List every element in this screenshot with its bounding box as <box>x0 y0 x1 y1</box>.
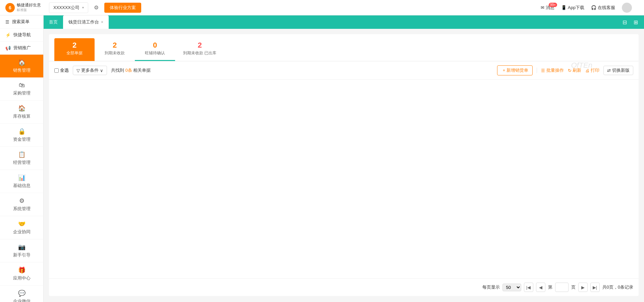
sidebar-item-operations[interactable]: 📋 经营管理 <box>0 147 43 170</box>
page-size-select[interactable]: 50 100 200 <box>502 284 521 291</box>
main-content: 2 全部单据 2 到期未收款 0 旺辅待确认 2 到期未收款 已出库 全选 <box>44 29 644 302</box>
first-page-button[interactable]: |◀ <box>524 283 533 292</box>
batch-icon: ☰ <box>541 68 545 73</box>
refresh-icon: ↻ <box>568 68 572 73</box>
wechat-icon: 💬 <box>18 290 25 297</box>
headset-icon: 🎧 <box>591 5 596 10</box>
logo-area: 6 畅捷通好生意 标准版 <box>5 3 49 13</box>
logo-text-area: 畅捷通好生意 标准版 <box>17 3 41 13</box>
stat-tab-overdue[interactable]: 2 到期未收款 <box>95 38 135 61</box>
total-info: 共0页，0条记录 <box>602 284 633 290</box>
sidebar-item-search[interactable]: ☰ 搜索菜单 <box>0 15 43 28</box>
sidebar-item-basic-info[interactable]: 📊 基础信息 <box>0 170 43 193</box>
tab-home[interactable]: 首页 <box>44 15 63 29</box>
stats-tabs: 2 全部单据 2 到期未收款 0 旺辅待确认 2 到期未收款 已出库 <box>49 34 639 61</box>
window-maximize-button[interactable]: ⊞ <box>632 18 640 26</box>
page-number-input[interactable]: 1 <box>555 283 569 292</box>
marketing-icon: 📢 <box>5 46 11 51</box>
app-logo-icon: 6 <box>5 3 15 12</box>
window-minimize-button[interactable]: ⊟ <box>621 18 629 26</box>
stat-overdue-shipped-number: 2 <box>198 41 202 50</box>
window-controls: ⊟ ⊞ <box>621 18 644 26</box>
switch-version-button[interactable]: ⇄ 切换新版 <box>603 66 633 75</box>
print-button[interactable]: 🖨 打印 <box>585 67 599 73</box>
sidebar-item-system[interactable]: ⚙ 系统管理 <box>0 193 43 216</box>
company-name: XXXXXX公司 <box>53 5 79 11</box>
stat-wangwang-label: 旺辅待确认 <box>145 50 165 56</box>
company-selector[interactable]: XXXXXX公司 ▾ <box>49 2 88 13</box>
guide-icon: 📷 <box>18 243 25 251</box>
quick-nav-icon: ⚡ <box>5 33 11 38</box>
tab-close-icon[interactable]: × <box>101 20 103 24</box>
select-all-area[interactable]: 全选 <box>54 67 69 73</box>
tab-active[interactable]: 钱货日清工作台 × <box>63 15 109 29</box>
app-download-button[interactable]: 📱 App下载 <box>561 5 584 11</box>
industry-button[interactable]: 体验行业方案 <box>104 3 141 13</box>
operations-icon: 📋 <box>18 151 25 158</box>
stat-overdue-shipped-label: 到期未收款 已出库 <box>183 50 216 56</box>
enterprise-icon: 🤝 <box>18 220 25 228</box>
found-text: 共找到 0条 相关单据 <box>111 67 151 73</box>
toolbar-right: + 新增销货单 ☰ 批量操作 ↻ 刷新 🖨 打印 ⇄ 切换新版 <box>497 65 633 75</box>
next-page-button[interactable]: ▶ <box>578 283 588 292</box>
found-count: 0条 <box>125 68 132 73</box>
message-icon: ✉ <box>541 5 544 10</box>
header-right: ✉ 消息 99+ 📱 App下载 🎧 在线客服 <box>541 3 639 13</box>
sidebar-item-quick-nav[interactable]: ⚡ 快捷导航 <box>0 28 43 42</box>
sales-icon: 🏠 <box>18 59 25 66</box>
toolbar-divider <box>537 68 537 73</box>
print-icon: 🖨 <box>585 68 590 73</box>
per-page-label: 每页显示 <box>482 284 500 290</box>
content-panel: 2 全部单据 2 到期未收款 0 旺辅待确认 2 到期未收款 已出库 全选 <box>49 34 639 296</box>
refresh-button[interactable]: ↻ 刷新 <box>568 67 581 73</box>
sidebar-item-wechat[interactable]: 💬 企业微信 <box>0 286 43 302</box>
stat-all-number: 2 <box>72 41 76 50</box>
sidebar-item-guide[interactable]: 📷 新手引导 <box>0 239 43 262</box>
gear-icon: ⚙ <box>94 4 99 11</box>
sidebar-item-app-center[interactable]: 🎁 应用中心 <box>0 262 43 286</box>
download-icon: 📱 <box>561 5 567 10</box>
sidebar: ☰ 搜索菜单 ⚡ 快捷导航 📢 营销推广 🏠 销售管理 🛍 采购管理 🏠 库存核… <box>0 15 44 302</box>
batch-operation-button[interactable]: ☰ 批量操作 <box>541 67 564 73</box>
online-service-button[interactable]: 🎧 在线客服 <box>591 5 615 11</box>
app-badge: 标准版 <box>17 8 41 12</box>
sidebar-item-capital[interactable]: 🔒 资金管理 <box>0 124 43 147</box>
stat-tab-overdue-shipped[interactable]: 2 到期未收款 已出库 <box>175 38 224 61</box>
system-icon: ⚙ <box>19 197 24 204</box>
last-page-button[interactable]: ▶| <box>590 283 600 292</box>
table-area <box>49 80 639 278</box>
tab-bar: 首页 钱货日清工作台 × ⊟ ⊞ <box>44 15 644 29</box>
basic-info-icon: 📊 <box>18 174 25 181</box>
capital-icon: 🔒 <box>18 128 25 135</box>
switch-icon: ⇄ <box>607 68 611 73</box>
app-center-icon: 🎁 <box>18 266 25 274</box>
stat-overdue-label: 到期未收款 <box>105 50 125 56</box>
chevron-down-icon: ▾ <box>82 6 84 9</box>
search-icon: ☰ <box>5 19 9 24</box>
inventory-icon: 🏠 <box>18 105 25 112</box>
sidebar-item-inventory[interactable]: 🏠 库存核算 <box>0 101 43 124</box>
select-all-checkbox[interactable] <box>54 68 59 73</box>
pagination-bar: 每页显示 50 100 200 |◀ ◀ 第 1 页 ▶ ▶| 共0页，0条记录 <box>49 278 639 296</box>
filter-chevron-icon: ∨ <box>100 68 103 73</box>
sidebar-item-enterprise[interactable]: 🤝 企业协同 <box>0 216 43 239</box>
stat-all-label: 全部单据 <box>66 50 83 56</box>
stat-tab-all[interactable]: 2 全部单据 <box>54 38 95 61</box>
user-avatar[interactable] <box>622 3 632 13</box>
message-button[interactable]: ✉ 消息 99+ <box>541 5 554 11</box>
stat-overdue-number: 2 <box>113 41 117 50</box>
purchase-icon: 🛍 <box>19 82 25 89</box>
stat-wangwang-number: 0 <box>153 41 157 50</box>
prev-page-button[interactable]: ◀ <box>536 283 545 292</box>
app-name: 畅捷通好生意 <box>17 3 41 8</box>
sidebar-item-sales[interactable]: 🏠 销售管理 <box>0 55 43 78</box>
sidebar-item-marketing[interactable]: 📢 营销推广 <box>0 42 43 55</box>
add-sales-order-button[interactable]: + 新增销货单 <box>497 65 533 75</box>
top-header: 6 畅捷通好生意 标准版 XXXXXX公司 ▾ ⚙ 体验行业方案 ✉ 消息 99… <box>0 0 644 15</box>
sidebar-item-purchase[interactable]: 🛍 采购管理 <box>0 78 43 101</box>
stat-tab-wangwang[interactable]: 0 旺辅待确认 <box>135 38 175 61</box>
toolbar: 全选 ▽ 更多条件 ∨ 共找到 0条 相关单据 + 新增销货单 ☰ <box>49 61 639 80</box>
settings-button[interactable]: ⚙ <box>91 2 102 13</box>
message-badge: 99+ <box>549 3 557 7</box>
filter-button[interactable]: ▽ 更多条件 ∨ <box>73 66 107 75</box>
